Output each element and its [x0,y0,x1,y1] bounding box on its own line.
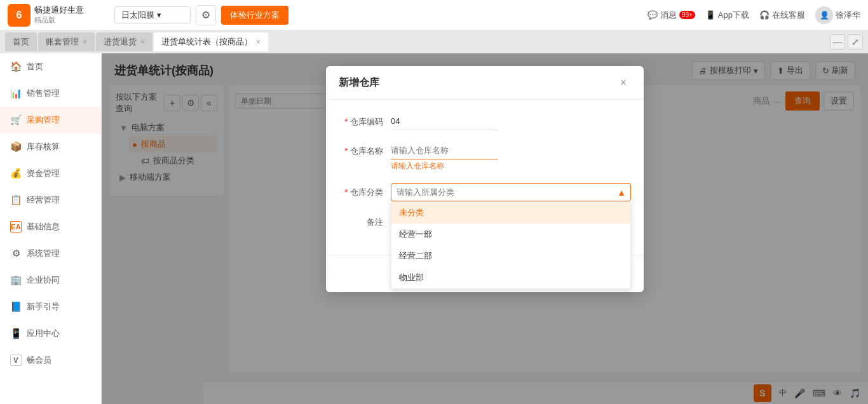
sidebar-basic-info-label: 基础信息 [27,221,60,232]
message-icon: 💬 [648,10,658,20]
tab-minimize-button[interactable]: — [830,34,845,50]
sidebar-system-label: 系统管理 [27,248,60,259]
classification-arrow-icon[interactable]: ▲ [617,187,626,198]
settings-button[interactable]: ⚙ [196,5,216,25]
name-input-wrap: 请输入仓库名称 [391,142,631,172]
name-row: * 仓库名称 请输入仓库名称 [339,142,631,172]
sidebar-item-basic-info[interactable]: EA 基础信息 [0,213,101,240]
modal-overlay: 新增仓库 × * 仓库编码 [102,53,868,404]
store-chevron-icon: ▾ [157,10,161,20]
sidebar-sales-label: 销售管理 [27,88,60,99]
operation-icon: 📋 [10,194,22,206]
sidebar-purchase-label: 采购管理 [27,114,60,126]
tab-account[interactable]: 账套管理 × [38,32,95,51]
note-label: 备注 [339,213,383,228]
sidebar-item-purchase[interactable]: 🛒 采购管理 [0,107,101,133]
modal-title: 新增仓库 [339,76,379,90]
online-service-button[interactable]: 🎧 在线客服 [759,10,805,21]
basic-info-icon: EA [10,221,22,232]
modal-close-button[interactable]: × [616,75,631,90]
sidebar-item-inventory[interactable]: 📦 库存核算 [0,133,101,160]
tab-account-close-icon[interactable]: × [83,37,87,46]
nav-right: 💬 消息 99+ 📱 App下载 🎧 在线客服 👤 徐泽华 [648,6,860,24]
home-icon: 🏠 [10,61,22,72]
app-download-label: App下载 [718,10,749,21]
dropdown-item-dept2[interactable]: 经营二部 [391,245,630,267]
messages-button[interactable]: 💬 消息 99+ [648,10,695,21]
avatar: 👤 [815,6,833,24]
code-row: * 仓库编码 [339,112,631,130]
main-layout: 🏠 首页 📊 销售管理 🛒 采购管理 📦 库存核算 💰 资金管理 📋 经营管理 … [0,53,868,404]
guide-icon: 📘 [10,301,22,313]
tab-account-label: 账套管理 [46,36,79,48]
member-icon: V [10,354,22,366]
code-input[interactable] [391,112,498,130]
classification-label: * 仓库分类 [339,183,383,198]
purchase-icon: 🛒 [10,114,22,126]
app-name: 畅捷通好生意 [34,5,84,16]
content-area: 进货单统计(按商品) 🖨 按模板打印 ▾ ⬆ 导出 ↻ 刷新 [102,53,868,404]
code-label: * 仓库编码 [339,112,383,128]
logo-area: 6 畅捷通好生意 精品版 [8,4,109,27]
app-badge: 精品版 [34,15,84,25]
new-warehouse-modal: 新增仓库 × * 仓库编码 [326,66,644,292]
modal-header: 新增仓库 × [326,66,644,100]
finance-icon: 💰 [10,168,22,179]
modal-body: * 仓库编码 * 仓库名称 [326,100,644,255]
dropdown-item-dept1[interactable]: 经营一部 [391,224,630,245]
tab-bar: 首页 账套管理 × 进货退货 × 进货单统计表（按商品） × — ⤢ [0,30,868,53]
headset-icon: 🎧 [759,10,770,20]
sidebar-item-operation[interactable]: 📋 经营管理 [0,187,101,213]
name-input[interactable] [391,142,498,159]
sidebar-item-home[interactable]: 🏠 首页 [0,53,101,80]
sales-icon: 📊 [10,88,22,99]
tab-purchase-return[interactable]: 进货退货 × [96,32,153,51]
online-service-label: 在线客服 [772,10,805,21]
classification-dropdown: 未分类 经营一部 经营二部 物业部 [391,201,631,289]
dropdown-item-unclassified[interactable]: 未分类 [391,202,630,224]
sidebar-item-member[interactable]: V 畅会员 [0,347,101,374]
dropdown-item-dept3[interactable]: 物业部 [391,267,630,288]
code-input-wrap [391,112,631,130]
user-area[interactable]: 👤 徐泽华 [815,6,860,24]
sidebar-item-enterprise[interactable]: 🏢 企业协同 [0,267,101,293]
username: 徐泽华 [836,10,860,21]
trial-button[interactable]: 体验行业方案 [221,6,288,25]
tab-purchase-stats-close-icon[interactable]: × [256,37,261,46]
name-label: * 仓库名称 [339,142,383,157]
sidebar-guide-label: 新手引导 [27,301,60,313]
tab-home[interactable]: 首页 [5,32,37,51]
system-icon: ⚙ [10,248,22,259]
sidebar-item-system[interactable]: ⚙ 系统管理 [0,240,101,267]
sidebar-item-apps[interactable]: 📱 应用中心 [0,320,101,347]
top-navbar: 6 畅捷通好生意 精品版 日太阳膜 ▾ ⚙ 体验行业方案 💬 消息 99+ 📱 … [0,0,868,30]
tab-purchase-stats-label: 进货单统计表（按商品） [161,36,252,48]
sidebar-item-sales[interactable]: 📊 销售管理 [0,80,101,107]
sidebar-home-label: 首页 [27,61,43,72]
sidebar-finance-label: 资金管理 [27,168,60,179]
tab-purchase-stats[interactable]: 进货单统计表（按商品） × [154,32,268,51]
tab-expand-button[interactable]: ⤢ [848,34,863,50]
store-selector[interactable]: 日太阳膜 ▾ [114,6,191,24]
phone-icon: 📱 [705,10,715,20]
sidebar-enterprise-label: 企业协同 [27,274,60,286]
tab-purchase-return-label: 进货退货 [104,36,137,48]
tab-purchase-return-close-icon[interactable]: × [140,37,145,46]
sidebar-member-label: 畅会员 [27,354,51,366]
app-logo-icon: 6 [8,4,31,27]
classification-input[interactable] [391,183,631,201]
apps-icon: 📱 [10,328,22,339]
sidebar-item-guide[interactable]: 📘 新手引导 [0,293,101,320]
classification-row: * 仓库分类 ▲ 未分类 经营一部 经营二部 物业部 [339,183,631,201]
sidebar: 🏠 首页 📊 销售管理 🛒 采购管理 📦 库存核算 💰 资金管理 📋 经营管理 … [0,53,102,404]
name-error-msg: 请输入仓库名称 [391,161,631,172]
messages-badge: 99+ [679,11,695,19]
store-name: 日太阳膜 [121,10,154,21]
tab-controls: — ⤢ [830,34,863,50]
sidebar-item-finance[interactable]: 💰 资金管理 [0,160,101,187]
inventory-icon: 📦 [10,141,22,152]
sidebar-operation-label: 经营管理 [27,194,60,206]
tab-home-label: 首页 [13,36,29,48]
app-download-button[interactable]: 📱 App下载 [705,10,749,21]
classification-input-wrap: ▲ 未分类 经营一部 经营二部 物业部 [391,183,631,201]
